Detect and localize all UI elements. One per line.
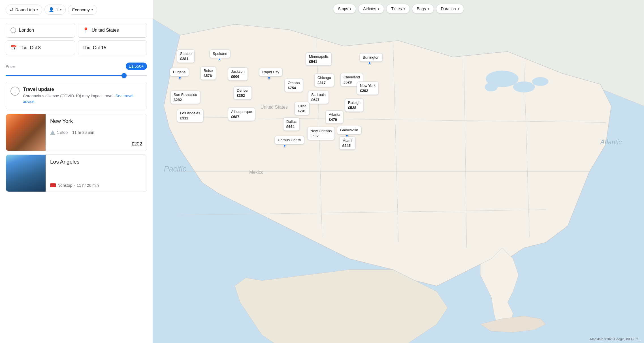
destination-label: United States bbox=[92, 28, 119, 33]
bags-chevron: ▾ bbox=[428, 7, 429, 10]
flight-card-los-angeles[interactable]: Los Angeles Nonstop · 11 hr 20 min bbox=[6, 155, 147, 192]
los-angeles-details: Nonstop · 11 hr 20 min bbox=[50, 183, 142, 188]
new-york-info: New York 1 stop · 11 hr 35 min £202 bbox=[46, 114, 147, 151]
airline-logo-la bbox=[50, 183, 56, 187]
price-pin-rapid-city[interactable]: Rapid City bbox=[259, 68, 282, 76]
new-york-stops: 1 stop bbox=[57, 130, 68, 135]
passengers-label: 1 bbox=[56, 7, 58, 12]
svg-text:Atlantic: Atlantic bbox=[600, 138, 622, 146]
swap-icon: ⇄ bbox=[10, 7, 14, 12]
date-to-input[interactable]: Thu, Oct 15 bbox=[78, 40, 147, 55]
passengers-button[interactable]: 👤 1 ▾ bbox=[44, 5, 65, 15]
stops-label: Stops bbox=[338, 7, 348, 11]
map-dot-eugene bbox=[178, 76, 181, 79]
map-dot-rapid-city bbox=[268, 76, 270, 79]
svg-text:Pacific: Pacific bbox=[164, 165, 187, 173]
location-row: London 📍 United States bbox=[6, 23, 147, 38]
date-from-input[interactable]: 📅 Thu, Oct 8 bbox=[6, 40, 75, 55]
left-panel: ⇄ Round trip ▾ 👤 1 ▾ Economy ▾ London 📍 … bbox=[0, 0, 153, 343]
bags-label: Bags bbox=[417, 7, 426, 11]
times-label: Times bbox=[391, 7, 402, 11]
price-slider-container bbox=[6, 72, 147, 77]
travel-update-content: Travel update Coronavirus disease (COVID… bbox=[23, 87, 142, 104]
calendar-icon: 📅 bbox=[10, 45, 17, 51]
price-pin-boise[interactable]: Boise£576 bbox=[201, 67, 216, 80]
price-slider[interactable] bbox=[6, 75, 147, 76]
price-pin-spokane[interactable]: Spokane bbox=[210, 50, 230, 58]
duration-filter[interactable]: Duration ▾ bbox=[436, 4, 464, 14]
los-angeles-image bbox=[6, 155, 46, 192]
destination-icon: 📍 bbox=[83, 27, 89, 33]
price-pin-st.-louis[interactable]: St. Louis£647 bbox=[308, 91, 329, 104]
duration-label: Duration bbox=[441, 7, 456, 11]
price-pin-miami[interactable]: Miami£245 bbox=[339, 136, 355, 150]
map-area: Pacific Atlantic United States Mexico St… bbox=[153, 0, 644, 343]
price-pin-eugene[interactable]: Eugene bbox=[170, 68, 189, 76]
svg-point-11 bbox=[485, 83, 498, 91]
dot-separator-2: · bbox=[74, 183, 75, 188]
price-pin-new-york[interactable]: New York£202 bbox=[357, 82, 379, 95]
price-pin-minneapolis[interactable]: Minneapolis£541 bbox=[306, 52, 332, 66]
price-pin-jackson[interactable]: Jackson£906 bbox=[228, 67, 248, 81]
new-york-image bbox=[6, 114, 46, 151]
price-pin-raleigh[interactable]: Raleigh£528 bbox=[345, 98, 364, 112]
new-york-price: £202 bbox=[50, 141, 142, 147]
filter-bar: Stops ▾ Airlines ▾ Times ▾ Bags ▾ Durati… bbox=[153, 4, 644, 14]
travel-update-body: Coronavirus disease (COVID-19) may impac… bbox=[23, 94, 114, 98]
duration-chevron: ▾ bbox=[458, 7, 459, 10]
map-credit: Map data ©2020 Google, INEGI Te... bbox=[590, 337, 641, 341]
price-pin-omaha[interactable]: Omaha£754 bbox=[285, 79, 303, 92]
price-pin-san-francisco[interactable]: San Francisco£282 bbox=[170, 91, 200, 104]
airline-logo-ny bbox=[50, 130, 55, 135]
los-angeles-duration: 11 hr 20 min bbox=[77, 183, 99, 188]
dot-separator: · bbox=[69, 130, 71, 135]
cabin-class-label: Economy bbox=[72, 7, 90, 12]
price-pin-denver[interactable]: Denver£352 bbox=[234, 86, 252, 100]
price-badge: £1,550+ bbox=[126, 63, 147, 70]
price-pin-dallas[interactable]: Dallas£664 bbox=[283, 117, 300, 131]
svg-point-10 bbox=[532, 77, 549, 86]
airlines-filter[interactable]: Airlines ▾ bbox=[358, 4, 384, 14]
stops-chevron: ▾ bbox=[350, 7, 351, 10]
top-bar: ⇄ Round trip ▾ 👤 1 ▾ Economy ▾ bbox=[0, 0, 153, 18]
times-chevron: ▾ bbox=[404, 7, 405, 10]
bags-filter[interactable]: Bags ▾ bbox=[412, 4, 434, 14]
map-dot-corpus-christi bbox=[283, 144, 286, 147]
person-icon: 👤 bbox=[49, 7, 54, 12]
price-pin-gainesville[interactable]: Gainesville bbox=[337, 126, 361, 134]
price-pin-atlanta[interactable]: Atlanta£479 bbox=[326, 110, 343, 124]
search-fields: London 📍 United States 📅 Thu, Oct 8 Thu,… bbox=[0, 18, 153, 60]
destination-input[interactable]: 📍 United States bbox=[78, 23, 147, 38]
cabin-class-chevron: ▾ bbox=[91, 8, 93, 11]
origin-input[interactable]: London bbox=[6, 23, 75, 38]
los-angeles-info: Los Angeles Nonstop · 11 hr 20 min bbox=[46, 155, 147, 192]
travel-update-card: ! Travel update Coronavirus disease (COV… bbox=[6, 82, 147, 109]
los-angeles-stops: Nonstop bbox=[57, 183, 72, 188]
travel-update-text: Coronavirus disease (COVID-19) may impac… bbox=[23, 93, 142, 104]
passengers-chevron: ▾ bbox=[60, 8, 61, 11]
new-york-duration: 11 hr 35 min bbox=[72, 130, 94, 135]
price-pin-new-orleans[interactable]: New Orleans£582 bbox=[307, 127, 335, 140]
alert-icon: ! bbox=[10, 87, 20, 96]
price-pin-tulsa[interactable]: Tulsa£791 bbox=[295, 102, 310, 115]
origin-icon bbox=[10, 27, 16, 33]
new-york-details: 1 stop · 11 hr 35 min bbox=[50, 130, 142, 135]
round-trip-button[interactable]: ⇄ Round trip ▾ bbox=[6, 5, 42, 15]
price-pin-burlington[interactable]: Burlington bbox=[360, 53, 383, 62]
stops-filter[interactable]: Stops ▾ bbox=[333, 4, 356, 14]
cabin-class-button[interactable]: Economy ▾ bbox=[68, 5, 97, 15]
times-filter[interactable]: Times ▾ bbox=[386, 4, 410, 14]
map-dot-burlington bbox=[368, 62, 371, 65]
los-angeles-city: Los Angeles bbox=[50, 159, 142, 165]
new-york-city: New York bbox=[50, 118, 142, 124]
date-row: 📅 Thu, Oct 8 Thu, Oct 15 bbox=[6, 40, 147, 55]
price-pin-seattle[interactable]: Seattle£281 bbox=[177, 50, 195, 63]
price-label: Price bbox=[6, 64, 15, 69]
price-pin-corpus-christi[interactable]: Corpus Christi bbox=[275, 136, 304, 144]
svg-point-9 bbox=[513, 82, 535, 93]
price-pin-chicago[interactable]: Chicago£317 bbox=[314, 74, 334, 87]
origin-label: London bbox=[19, 28, 34, 33]
price-pin-los-angeles[interactable]: Los Angeles£312 bbox=[177, 109, 203, 122]
flight-card-new-york[interactable]: New York 1 stop · 11 hr 35 min £202 bbox=[6, 114, 147, 151]
price-pin-albuquerque[interactable]: Albuquerque£687 bbox=[228, 108, 255, 121]
